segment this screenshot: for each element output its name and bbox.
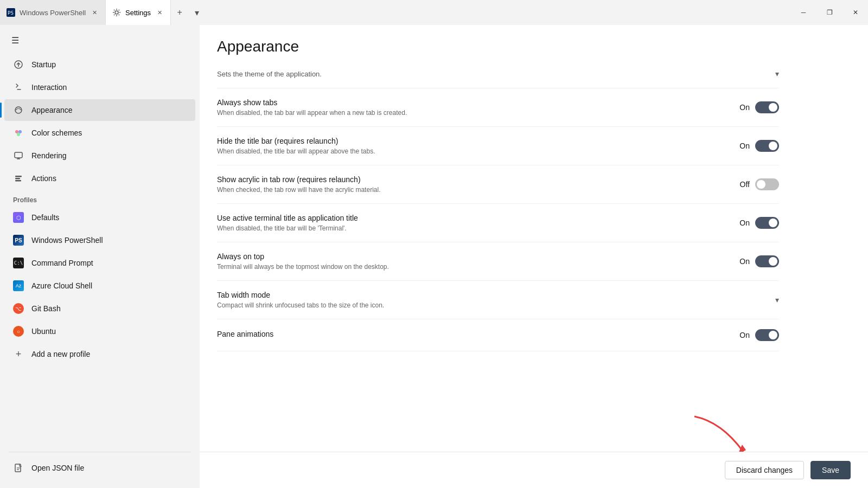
toggle-thumb-pane-animations — [769, 331, 777, 339]
toggle-label-pane-animations: On — [737, 331, 750, 339]
minimize-button[interactable]: ─ — [791, 4, 816, 21]
hamburger-button[interactable]: ☰ — [4, 29, 26, 51]
setting-text-hide-title-bar: Hide the title bar (requires relaunch) W… — [217, 137, 737, 155]
sidebar-item-appearance[interactable]: Appearance — [4, 99, 195, 121]
sidebar-item-rendering[interactable]: Rendering — [4, 145, 195, 166]
profiles-section-label: Profiles — [0, 190, 200, 206]
discard-changes-button[interactable]: Discard changes — [725, 461, 804, 479]
toggle-label-acrylic: Off — [737, 180, 750, 189]
toggle-active-title[interactable] — [755, 217, 779, 229]
titlebar: PS Windows PowerShell ✕ Settings ✕ + ▾ ─… — [0, 0, 868, 25]
svg-point-8 — [17, 133, 20, 136]
svg-point-7 — [18, 130, 22, 133]
theme-desc: Sets the theme of the application. — [217, 70, 322, 78]
tab-powershell[interactable]: PS Windows PowerShell ✕ — [0, 0, 106, 25]
control-pane-animations: On — [737, 329, 779, 341]
setting-active-terminal-title: Use active terminal title as application… — [217, 204, 779, 242]
interaction-label: Interaction — [31, 83, 67, 92]
svg-rect-9 — [15, 152, 22, 158]
setting-desc-tab-width: Compact will shrink unfocused tabs to th… — [217, 301, 758, 309]
appearance-icon — [13, 105, 24, 115]
control-always-on-top: On — [737, 255, 779, 267]
sidebar: ☰ Startup Interaction — [0, 25, 200, 488]
setting-title-always-show-tabs: Always show tabs — [217, 98, 719, 107]
main-content: ☰ Startup Interaction — [0, 25, 868, 488]
setting-title-active-title: Use active terminal title as application… — [217, 214, 719, 222]
tabs-area: PS Windows PowerShell ✕ Settings ✕ + ▾ — [0, 0, 791, 25]
svg-point-6 — [15, 130, 18, 133]
powershell-profile-label: Windows PowerShell — [31, 236, 103, 245]
toggle-always-show-tabs[interactable] — [755, 101, 779, 113]
control-active-title: On — [737, 217, 779, 229]
setting-pane-animations: Pane animations On — [217, 319, 779, 351]
window-controls: ─ ❐ ✕ — [791, 0, 868, 25]
svg-point-2 — [115, 11, 118, 14]
setting-hide-title-bar: Hide the title bar (requires relaunch) W… — [217, 127, 779, 165]
setting-title-tab-width: Tab width mode — [217, 291, 758, 299]
setting-desc-acrylic: When checked, the tab row will have the … — [217, 186, 719, 194]
cmd-profile-icon: C:\ — [13, 258, 24, 268]
add-profile-icon: + — [13, 349, 24, 359]
svg-point-5 — [15, 107, 22, 113]
add-profile-label: Add a new profile — [31, 350, 90, 358]
setting-text-always-show-tabs: Always show tabs When disabled, the tab … — [217, 98, 737, 117]
toggle-acrylic[interactable] — [755, 178, 779, 190]
interaction-icon — [13, 82, 24, 93]
content-area: Appearance Sets the theme of the applica… — [200, 25, 868, 488]
toggle-thumb-active-title — [769, 219, 777, 227]
sidebar-item-cmd[interactable]: C:\ Command Prompt — [4, 252, 195, 274]
setting-desc-always-on-top: Terminal will always be the topmost wind… — [217, 263, 719, 271]
sidebar-item-git[interactable]: ⌥ Git Bash — [4, 298, 195, 319]
tab-settings[interactable]: Settings ✕ — [106, 0, 171, 25]
new-tab-button[interactable]: + — [171, 4, 188, 21]
setting-title-pane-animations: Pane animations — [217, 330, 719, 338]
setting-text-active-title: Use active terminal title as application… — [217, 214, 737, 232]
sidebar-item-add-profile[interactable]: + Add a new profile — [4, 343, 195, 365]
control-always-show-tabs: On — [737, 101, 779, 113]
theme-row[interactable]: Sets the theme of the application. ▾ — [217, 60, 779, 88]
maximize-button[interactable]: ❐ — [817, 4, 842, 21]
setting-text-pane-animations: Pane animations — [217, 330, 737, 341]
tab-powershell-close[interactable]: ✕ — [90, 8, 99, 17]
sidebar-divider — [9, 452, 191, 452]
ubuntu-label: Ubuntu — [31, 327, 56, 336]
setting-desc-hide-title-bar: When disabled, the title bar will appear… — [217, 147, 719, 155]
setting-text-tab-width: Tab width mode Compact will shrink unfoc… — [217, 291, 775, 309]
toggle-thumb-acrylic — [757, 180, 765, 189]
sidebar-item-open-json[interactable]: Open JSON file — [4, 457, 195, 479]
tab-settings-close[interactable]: ✕ — [155, 8, 164, 17]
defaults-profile-icon: ⬡ — [13, 212, 24, 223]
toggle-label-hide-title-bar: On — [737, 142, 750, 150]
startup-icon — [13, 59, 24, 70]
svg-rect-13 — [15, 178, 20, 179]
close-button[interactable]: ✕ — [843, 4, 868, 21]
sidebar-item-powershell-profile[interactable]: PS Windows PowerShell — [4, 229, 195, 251]
sidebar-item-color-schemes[interactable]: Color schemes — [4, 122, 195, 144]
sidebar-item-defaults[interactable]: ⬡ Defaults — [4, 207, 195, 228]
sidebar-item-actions[interactable]: Actions — [4, 168, 195, 189]
sidebar-item-interaction[interactable]: Interaction — [4, 76, 195, 98]
open-json-label: Open JSON file — [31, 464, 84, 472]
tab-settings-label: Settings — [125, 9, 151, 17]
setting-text-always-on-top: Always on top Terminal will always be th… — [217, 252, 737, 271]
tabs-dropdown-button[interactable]: ▾ — [188, 4, 206, 21]
startup-label: Startup — [31, 60, 56, 69]
azure-label: Azure Cloud Shell — [31, 281, 92, 290]
toggle-always-on-top[interactable] — [755, 255, 779, 267]
sidebar-item-azure[interactable]: Az Azure Cloud Shell — [4, 275, 195, 297]
setting-tab-width-mode[interactable]: Tab width mode Compact will shrink unfoc… — [217, 281, 779, 319]
sidebar-item-ubuntu[interactable]: ○ Ubuntu — [4, 320, 195, 342]
toggle-pane-animations[interactable] — [755, 329, 779, 341]
actions-label: Actions — [31, 174, 56, 183]
tab-width-chevron-icon: ▾ — [775, 296, 779, 304]
tab-powershell-label: Windows PowerShell — [20, 9, 86, 17]
toggle-hide-title-bar[interactable] — [755, 140, 779, 152]
control-hide-title-bar: On — [737, 140, 779, 152]
sidebar-item-startup[interactable]: Startup — [4, 54, 195, 75]
toggle-label-always-show-tabs: On — [737, 103, 750, 112]
save-button[interactable]: Save — [810, 461, 851, 479]
cmd-label: Command Prompt — [31, 259, 93, 267]
defaults-label: Defaults — [31, 213, 59, 222]
svg-rect-14 — [15, 180, 21, 182]
color-schemes-icon — [13, 127, 24, 138]
